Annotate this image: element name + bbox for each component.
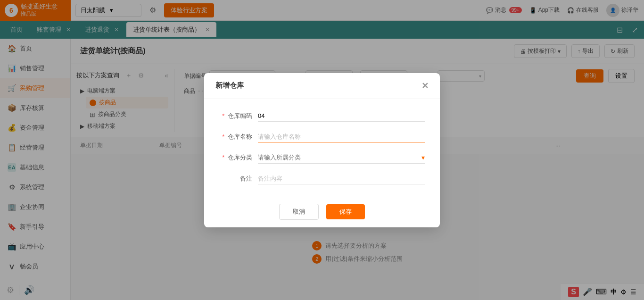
dialog-body: * 仓库编码 * 仓库名称 * 仓库分类: [204, 99, 440, 196]
code-input[interactable]: [258, 110, 425, 122]
dialog-footer: 取消 保存: [204, 196, 440, 227]
category-select-wrap[interactable]: [258, 152, 425, 164]
category-label: * 仓库分类: [219, 153, 252, 162]
form-row-remark: 备注: [219, 173, 425, 184]
name-label: * 仓库名称: [219, 133, 252, 141]
category-required-mark: *: [222, 154, 224, 161]
name-input[interactable]: [258, 131, 425, 142]
form-row-code: * 仓库编码: [219, 110, 425, 122]
dialog-header: 新增仓库 ✕: [204, 73, 440, 99]
dialog-title: 新增仓库: [215, 81, 244, 90]
cancel-button[interactable]: 取消: [279, 204, 319, 220]
remark-input[interactable]: [258, 173, 425, 184]
dialog-close-button[interactable]: ✕: [421, 81, 429, 91]
dialog-add-warehouse: 新增仓库 ✕ * 仓库编码 * 仓库名称: [204, 73, 440, 227]
form-row-name: * 仓库名称: [219, 131, 425, 142]
code-required-mark: *: [222, 112, 224, 119]
category-input[interactable]: [258, 154, 421, 161]
save-button[interactable]: 保存: [326, 204, 365, 219]
name-required-mark: *: [222, 133, 224, 140]
form-row-category: * 仓库分类: [219, 152, 425, 164]
modal-overlay[interactable]: 新增仓库 ✕ * 仓库编码 * 仓库名称: [0, 0, 644, 300]
remark-label: 备注: [219, 175, 252, 183]
code-label: * 仓库编码: [219, 112, 252, 120]
